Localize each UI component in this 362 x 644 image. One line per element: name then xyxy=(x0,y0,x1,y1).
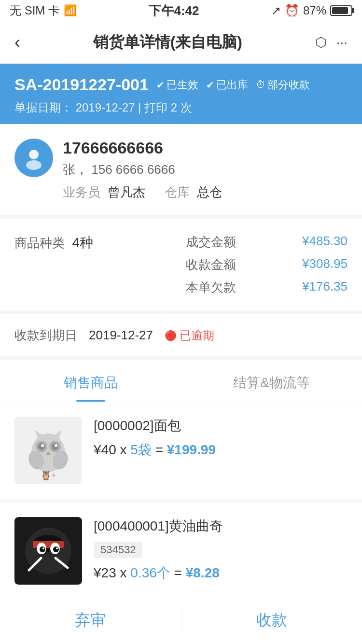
back-button[interactable]: ‹ xyxy=(14,32,20,53)
tab-products-label: 销售商品 xyxy=(64,375,118,390)
location-icon: ↗ xyxy=(271,4,281,17)
status-label-2: 已出库 xyxy=(216,78,248,92)
nav-title: 销货单详情(来自电脑) xyxy=(93,32,242,53)
status-badge-2: ✔ 已出库 xyxy=(206,78,248,92)
customer-section: 17666666666 张， 156 6666 6666 业务员 曾凡杰 仓库 … xyxy=(0,124,362,215)
svg-point-24 xyxy=(42,547,44,549)
status-label-3: 部分收款 xyxy=(267,78,310,92)
customer-meta: 业务员 曾凡杰 仓库 总仓 xyxy=(63,184,348,201)
status-bar: 无 SIM 卡 📶 下午4:42 ↗ ⏰ 87% xyxy=(0,0,362,21)
product-total-2: ¥8.28 xyxy=(186,565,220,580)
battery-text: 87% xyxy=(303,4,326,17)
product-info-1: [0000002]面包 ¥40 x 5袋 = ¥199.99 xyxy=(94,417,348,459)
summary-section: 商品种类 4种 成交金额 ¥485.30 收款金额 ¥308.95 本单欠款 ¥… xyxy=(0,219,362,310)
product-total-1: ¥199.99 xyxy=(167,442,216,457)
product-qty-1: 5袋 xyxy=(130,442,155,457)
avatar-icon xyxy=(22,146,46,170)
tab-settlement-label: 结算&物流等 xyxy=(233,375,310,390)
received-value: ¥308.95 xyxy=(302,256,348,273)
received-row: 收款金额 ¥308.95 xyxy=(186,256,348,273)
product-qty-2: 0.36个 xyxy=(130,565,174,580)
check-icon-2: ✔ xyxy=(206,79,214,91)
product-code-1: [0000002] xyxy=(94,418,154,433)
svg-point-25 xyxy=(56,547,58,549)
debt-value: ¥176.35 xyxy=(302,279,348,296)
list-item: [000400001]黄油曲奇 534532 ¥23 x 0.36个 = ¥8.… xyxy=(0,503,362,599)
product-price-1: ¥40 x 5袋 = ¥199.99 xyxy=(94,441,348,459)
nav-bar: ‹ 销货单详情(来自电脑) ⬡ ··· xyxy=(0,21,362,64)
product-list: 🦉+ [0000002]面包 ¥40 x 5袋 = ¥199.99 xyxy=(0,402,362,599)
customer-avatar xyxy=(14,139,53,177)
debt-label: 本单欠款 xyxy=(186,279,236,296)
product-image-2 xyxy=(14,517,82,585)
category-row: 商品种类 4种 xyxy=(14,234,176,252)
status-label-1: 已生效 xyxy=(167,78,198,92)
status-right: ↗ ⏰ 87% xyxy=(271,4,352,17)
product-title-2: 黄油曲奇 xyxy=(169,518,223,533)
header-banner: SA-20191227-001 ✔ 已生效 ✔ 已出库 ⏱ 部分收款 单据日期：… xyxy=(0,64,362,124)
svg-text:🦉+: 🦉+ xyxy=(41,470,56,481)
salesperson-row: 业务员 曾凡杰 xyxy=(63,184,145,201)
nav-actions: ⬡ ··· xyxy=(315,34,348,50)
svg-point-26 xyxy=(38,554,59,572)
svg-point-23 xyxy=(53,546,59,552)
wifi-icon: 📶 xyxy=(64,4,77,17)
status-left: 无 SIM 卡 📶 xyxy=(10,3,77,18)
debt-row: 本单欠款 ¥176.35 xyxy=(186,279,348,296)
salesperson-label: 业务员 xyxy=(63,185,100,199)
overdue-icon: 🔴 xyxy=(165,330,177,341)
alarm-icon: ⏰ xyxy=(285,4,299,17)
svg-point-9 xyxy=(55,444,57,447)
product-price-2: ¥23 x 0.36个 = ¥8.28 xyxy=(94,564,348,582)
customer-id: 17666666666 xyxy=(63,139,348,157)
category-label: 商品种类 xyxy=(14,236,65,250)
due-label: 收款到期日 xyxy=(14,327,77,344)
amount-value: ¥485.30 xyxy=(302,234,348,251)
amount-row: 成交金额 ¥485.30 xyxy=(186,234,348,251)
product-thumb-2 xyxy=(14,517,82,585)
product-name-2: [000400001]黄油曲奇 xyxy=(94,517,348,535)
product-name-1: [0000002]面包 xyxy=(94,417,348,435)
bottom-bar: 弃审 收款 xyxy=(0,596,362,644)
customer-phone-num: 156 6666 6666 xyxy=(91,162,175,177)
status-time: 下午4:42 xyxy=(149,2,199,19)
summary-left: 商品种类 4种 xyxy=(14,234,176,252)
due-date-value: 2019-12-27 xyxy=(89,328,153,343)
product-sku-2: 534532 xyxy=(94,542,142,558)
product-base-price-1: ¥40 xyxy=(94,442,116,457)
overdue-badge: 🔴 已逾期 xyxy=(165,328,214,343)
salesperson-value: 曾凡杰 xyxy=(108,185,145,199)
svg-point-1 xyxy=(26,160,42,170)
summary-right: 成交金额 ¥485.30 收款金额 ¥308.95 本单欠款 ¥176.35 xyxy=(186,234,348,296)
battery-icon xyxy=(330,5,352,16)
tabs-section: 销售商品 结算&物流等 xyxy=(0,360,362,402)
status-badge-1: ✔ 已生效 xyxy=(156,78,198,92)
overdue-text: 已逾期 xyxy=(180,328,214,343)
customer-name: 张， xyxy=(63,162,88,177)
date-label: 单据日期： xyxy=(14,101,72,114)
customer-name-phone: 张， 156 6666 6666 xyxy=(63,161,348,178)
product-info-2: [000400001]黄油曲奇 534532 ¥23 x 0.36个 = ¥8.… xyxy=(94,517,348,582)
header-meta: 单据日期： 2019-12-27 | 打印 2 次 xyxy=(14,100,348,115)
carrier-text: 无 SIM 卡 xyxy=(10,3,60,18)
warehouse-label: 仓库 xyxy=(165,185,190,199)
svg-point-8 xyxy=(41,444,44,447)
more-icon[interactable]: ··· xyxy=(336,35,348,50)
product-title-1: 面包 xyxy=(154,418,181,433)
customer-info: 17666666666 张， 156 6666 6666 业务员 曾凡杰 仓库 … xyxy=(63,139,348,201)
cancel-button[interactable]: 弃审 xyxy=(0,600,181,641)
svg-point-22 xyxy=(40,546,45,552)
order-id-row: SA-20191227-001 ✔ 已生效 ✔ 已出库 ⏱ 部分收款 xyxy=(14,75,348,94)
order-date: 2019-12-27 xyxy=(76,101,135,114)
confirm-button[interactable]: 收款 xyxy=(181,600,362,641)
tab-products[interactable]: 销售商品 xyxy=(0,360,181,402)
product-code-2: [000400001] xyxy=(94,518,169,533)
product-base-price-2: ¥23 xyxy=(94,565,116,580)
clock-icon: ⏱ xyxy=(256,79,265,90)
list-item: 🦉+ [0000002]面包 ¥40 x 5袋 = ¥199.99 xyxy=(0,402,362,499)
tab-settlement[interactable]: 结算&物流等 xyxy=(181,360,362,402)
due-date-section: 收款到期日 2019-12-27 🔴 已逾期 xyxy=(0,314,362,356)
product-image-1: 🦉+ xyxy=(14,417,82,484)
share-icon[interactable]: ⬡ xyxy=(315,34,327,50)
check-icon-1: ✔ xyxy=(156,79,165,91)
